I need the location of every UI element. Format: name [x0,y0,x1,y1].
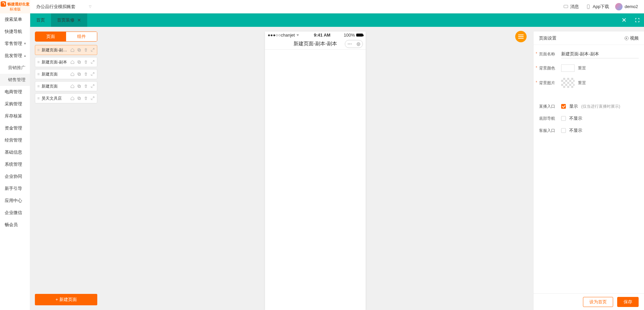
svg-rect-5 [78,61,80,63]
sidebar: 搜索菜单快捷导航零售管理▼批发管理▲营销推广销售管理电商管理采购管理库存核算资金… [0,13,30,310]
svg-rect-2 [78,49,80,51]
delete-icon[interactable] [84,72,88,76]
drag-icon[interactable]: ≡ [37,72,40,76]
share-icon[interactable] [90,48,95,52]
share-icon[interactable] [90,72,95,76]
page-list-item[interactable]: ≡新建页面-副本… [35,45,97,55]
page-item-name: 新建页面 [42,71,68,77]
miniprogram-capsule[interactable]: ⋯ ◎ [345,40,363,48]
sidebar-item[interactable]: 采购管理 [0,98,30,110]
layers-fab-button[interactable] [515,31,527,42]
home-icon[interactable] [70,72,75,76]
sidebar-item[interactable]: 搜索菜单 [0,13,30,25]
page-list-item[interactable]: ≡新建页面 [35,81,97,91]
messages-button[interactable]: 消息 [560,4,582,10]
sidebar-subitem[interactable]: 销售管理 [0,74,30,86]
share-icon[interactable] [90,96,95,101]
sidebar-item[interactable]: 批发管理▲ [0,50,30,62]
home-icon[interactable] [70,96,75,101]
svg-rect-4 [78,61,80,63]
home-icon[interactable] [70,48,75,52]
segment-component[interactable]: 组件 [66,32,97,41]
service-entry-checkbox[interactable] [561,128,566,133]
tab-label: 首页 [36,17,45,23]
sidebar-item[interactable]: 资金管理 [0,122,30,134]
share-icon[interactable] [90,84,95,89]
page-name-label: 页面名称 [539,51,558,57]
set-home-button[interactable]: 设为首页 [583,297,613,307]
home-icon[interactable] [70,60,75,64]
page-item-name: 新建页面-副本… [42,47,68,53]
share-icon[interactable] [90,60,95,64]
battery-label: 100% [344,33,355,38]
sidebar-item[interactable]: 经营管理 [0,134,30,146]
svg-rect-6 [78,73,80,75]
brand-edition: 标准版 [10,7,21,12]
delete-icon[interactable] [84,48,88,52]
signal-icon: ●●●○○ [268,33,281,38]
drag-icon[interactable]: ≡ [37,84,40,89]
copy-icon[interactable] [77,84,82,89]
live-entry-checkbox[interactable] [561,104,566,109]
caret-up-icon: ▲ [23,54,26,57]
page-list: ≡新建页面-副本…≡新建页面-副本≡新建页面≡新建页面≡昊天文具店 [35,45,97,292]
phone-canvas[interactable] [265,50,366,310]
sidebar-item[interactable]: 快捷导航 [0,25,30,38]
sidebar-item[interactable]: 电商管理 [0,86,30,98]
phone-title-text: 新建页面-副本-副本 [293,41,337,47]
messages-label: 消息 [570,4,579,10]
video-help-link[interactable]: 视频 [625,35,639,41]
live-entry-show: 显示 [569,103,578,109]
copy-icon[interactable] [77,48,82,52]
tab[interactable]: 首页装修✕ [51,13,87,27]
account-selector-label: 办公品行业模拟账套 [36,4,75,10]
new-page-button[interactable]: + 新建页面 [35,294,97,305]
sidebar-item[interactable]: 库存核算 [0,110,30,122]
save-button[interactable]: 保存 [617,297,639,307]
tab[interactable]: 首页 [30,13,51,27]
page-list-item[interactable]: ≡昊天文具店 [35,93,97,103]
account-selector[interactable]: 办公品行业模拟账套 ▽ [36,4,92,10]
drag-icon[interactable]: ≡ [37,60,40,64]
sidebar-item[interactable]: 企业微信 [0,207,30,219]
tab-close-icon[interactable]: ✕ [77,17,81,23]
sidebar-item[interactable]: 系统管理 [0,158,30,170]
copy-icon[interactable] [77,60,82,64]
drag-icon[interactable]: ≡ [37,48,40,52]
segment-page[interactable]: 页面 [35,32,66,41]
avatar [615,3,623,10]
page-name-input[interactable] [561,50,639,58]
bg-color-swatch[interactable] [561,64,575,72]
page-list-panel: 页面 组件 ≡新建页面-副本…≡新建页面-副本≡新建页面≡新建页面≡昊天文具店 … [35,32,97,310]
copy-icon[interactable] [77,96,82,101]
bg-image-reset[interactable]: 重置 [578,80,586,86]
service-entry-text: 不显示 [569,127,582,134]
sidebar-subitem[interactable]: 营销推广 [0,62,30,74]
sidebar-item[interactable]: 企业协同 [0,170,30,183]
close-all-button[interactable]: ✕ [617,13,631,27]
page-list-item[interactable]: ≡新建页面 [35,69,97,79]
drag-icon[interactable]: ≡ [37,96,40,101]
delete-icon[interactable] [84,60,88,64]
sidebar-item[interactable]: 畅会员 [0,219,30,231]
bg-color-reset[interactable]: 重置 [578,65,586,71]
sidebar-item[interactable]: 基础信息 [0,146,30,158]
delete-icon[interactable] [84,84,88,89]
bg-image-swatch[interactable] [561,78,575,88]
fullscreen-button[interactable] [631,13,644,27]
sidebar-item[interactable]: 新手引导 [0,183,30,195]
sidebar-item[interactable]: 零售管理▼ [0,38,30,50]
play-icon [625,36,629,40]
svg-rect-9 [78,85,80,87]
app-download-button[interactable]: App下载 [582,4,612,10]
sidebar-item[interactable]: 应用中心 [0,195,30,207]
logo-icon [1,1,6,7]
bottom-nav-checkbox[interactable] [561,116,566,121]
home-icon[interactable] [70,84,75,89]
delete-icon[interactable] [84,96,88,101]
user-menu[interactable]: demo2 [612,3,638,10]
phone-statusbar: ●●●○○ chanjet ᯤ 9:41 AM 100% [265,32,366,38]
copy-icon[interactable] [77,72,82,76]
page-list-item[interactable]: ≡新建页面-副本 [35,57,97,67]
svg-rect-10 [78,98,80,100]
